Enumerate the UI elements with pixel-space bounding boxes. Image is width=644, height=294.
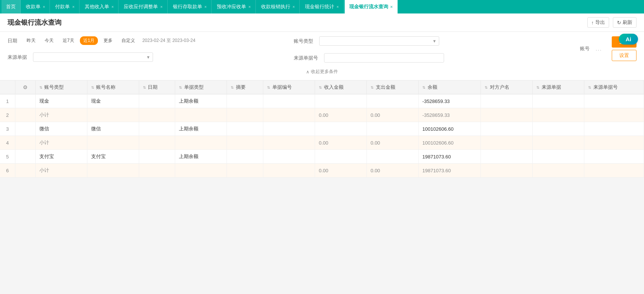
export-button[interactable]: ↑ 导出 — [587, 17, 609, 28]
nav-tab-8-label: 现金银行统计 — [305, 3, 334, 10]
col-doc-no[interactable]: ⇅ 单据编号 — [263, 81, 315, 94]
cell-doc-no — [263, 122, 315, 136]
cell-account-name — [87, 136, 139, 150]
col-account-name-label: 账号名称 — [96, 84, 116, 90]
col-expense[interactable]: ⇅ 支出金额 — [367, 81, 419, 94]
col-source-doc-label: 来源单据 — [542, 84, 561, 90]
account-no-dots[interactable]: ... — [596, 46, 602, 52]
cell-date — [139, 150, 175, 164]
nav-tab-1-close[interactable]: × — [43, 4, 45, 9]
nav-tab-5[interactable]: 银行存取款单 × — [168, 0, 212, 13]
col-balance[interactable]: ⇅ 余额 — [419, 81, 481, 94]
cell-doc-no — [263, 150, 315, 164]
col-index — [0, 81, 15, 94]
sort-icon-date: ⇅ — [143, 85, 146, 90]
col-gear[interactable]: ⚙ — [15, 81, 35, 94]
nav-tab-8[interactable]: 现金银行统计 × — [300, 0, 344, 13]
sort-icon-income: ⇅ — [319, 85, 322, 90]
refresh-button[interactable]: ↻ 刷新 — [613, 17, 636, 28]
cell-source-doc-no — [584, 136, 644, 150]
col-doc-type-label: 单据类型 — [184, 84, 204, 90]
nav-tab-9-close[interactable]: × — [390, 4, 393, 9]
table-row: 5支付宝支付宝上期余额19871073.60 — [0, 150, 644, 164]
col-source-doc[interactable]: ⇅ 来源单据 — [533, 81, 584, 94]
cell-account-type: 小计 — [35, 164, 87, 178]
sort-icon-doc-no: ⇅ — [267, 85, 270, 90]
date-more[interactable]: 更多 — [100, 36, 116, 45]
cell-summary — [227, 108, 263, 122]
cell-doc-no — [263, 94, 315, 108]
cell-summary — [227, 136, 263, 150]
cell-balance: 19871073.60 — [419, 164, 481, 178]
nav-tab-home[interactable]: 首页 — [2, 0, 21, 13]
cell-date — [139, 136, 175, 150]
ai-button[interactable]: Ai — [619, 34, 638, 45]
collapse-bar[interactable]: ∧ 收起更多条件 — [8, 66, 636, 76]
table-row: 3微信微信上期余额100102606.60 — [0, 122, 644, 136]
col-summary-label: 摘要 — [236, 84, 246, 90]
col-account-name[interactable]: ⇅ 账号名称 — [87, 81, 139, 94]
date-yesterday[interactable]: 昨天 — [23, 36, 39, 45]
cell-doc-type: 上期余额 — [175, 150, 227, 164]
source-doc-arrow-icon: ▾ — [147, 54, 150, 60]
nav-tab-8-close[interactable]: × — [336, 4, 339, 9]
col-account-type-label: 账号类型 — [44, 84, 64, 90]
cell-account-type: 小计 — [35, 108, 87, 122]
nav-tab-9[interactable]: 现金银行流水查询 × — [345, 0, 398, 13]
cell-income — [315, 94, 367, 108]
nav-tab-6[interactable]: 预收冲应收单 × — [212, 0, 255, 13]
col-doc-type[interactable]: ⇅ 单据类型 — [175, 81, 227, 94]
nav-tab-2-close[interactable]: × — [72, 4, 74, 9]
gear-icon[interactable]: ⚙ — [23, 84, 28, 90]
nav-tab-6-label: 预收冲应收单 — [217, 3, 246, 10]
collapse-label: 收起更多条件 — [311, 69, 338, 75]
cell-summary — [227, 150, 263, 164]
nav-tab-7[interactable]: 收款核销执行 × — [257, 0, 300, 13]
source-doc-no-input[interactable] — [324, 53, 444, 63]
cell-doc-type — [175, 164, 227, 178]
col-counterpart[interactable]: ⇅ 对方户名 — [481, 81, 533, 94]
cell-source-doc — [533, 150, 584, 164]
account-type-select[interactable]: ▾ — [319, 36, 439, 46]
nav-tab-9-label: 现金银行流水查询 — [349, 3, 388, 10]
cell-counterpart — [481, 122, 533, 136]
cell-source-doc — [533, 122, 584, 136]
col-source-doc-no-label: 来源单据号 — [593, 84, 618, 90]
col-income[interactable]: ⇅ 收入金额 — [315, 81, 367, 94]
nav-tab-3[interactable]: 其他收入单 × — [80, 0, 119, 13]
nav-tab-5-close[interactable]: × — [204, 4, 207, 9]
date-custom[interactable]: 自定义 — [118, 36, 138, 45]
date-today[interactable]: 今天 — [41, 36, 57, 45]
nav-tab-1[interactable]: 收款单 × — [21, 0, 50, 13]
cell-summary — [227, 122, 263, 136]
cell-gear — [15, 108, 35, 122]
cell-counterpart — [481, 94, 533, 108]
date-1month[interactable]: 近1月 — [80, 36, 98, 45]
sort-icon-counterpart: ⇅ — [485, 85, 488, 90]
cell-doc-type — [175, 136, 227, 150]
cell-summary — [227, 94, 263, 108]
cell-counterpart — [481, 150, 533, 164]
cell-index: 1 — [0, 94, 15, 108]
nav-tab-6-close[interactable]: × — [248, 4, 251, 9]
cell-account-type: 支付宝 — [35, 150, 87, 164]
cell-source-doc — [533, 136, 584, 150]
col-source-doc-no[interactable]: ⇅ 来源单据号 — [584, 81, 644, 94]
nav-tab-4[interactable]: 应收应付调整单 × — [119, 0, 167, 13]
page-header: 现金银行流水查询 ↑ 导出 ↻ 刷新 — [0, 13, 644, 32]
cell-balance: 100102606.60 — [419, 122, 481, 136]
nav-tab-2[interactable]: 付款单 × — [51, 0, 79, 13]
source-doc-select[interactable]: ▾ — [33, 52, 153, 62]
col-account-type[interactable]: ⇅ 账号类型 — [35, 81, 87, 94]
cell-expense: 0.00 — [367, 108, 419, 122]
nav-tab-7-close[interactable]: × — [293, 4, 295, 9]
cell-account-type: 现金 — [35, 94, 87, 108]
nav-tab-3-close[interactable]: × — [111, 4, 114, 9]
cell-account-type: 微信 — [35, 122, 87, 136]
date-7days[interactable]: 近7天 — [59, 36, 78, 45]
col-date[interactable]: ⇅ 日期 — [139, 81, 175, 94]
export-icon: ↑ — [591, 20, 594, 25]
settings-button[interactable]: 设置 — [612, 50, 636, 61]
col-summary[interactable]: ⇅ 摘要 — [227, 81, 263, 94]
nav-tab-4-close[interactable]: × — [160, 4, 162, 9]
